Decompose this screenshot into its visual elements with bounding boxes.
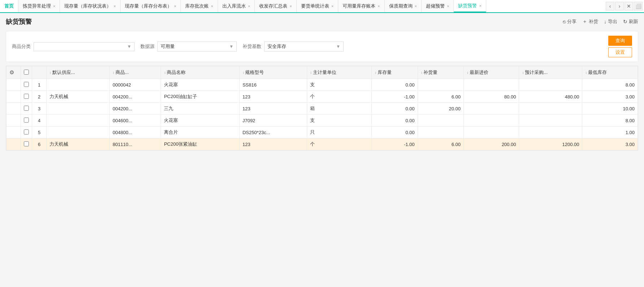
row-checkbox-5[interactable] — [24, 141, 29, 146]
row-checkbox-3[interactable] — [24, 118, 29, 123]
refresh-label: 刷新 — [629, 18, 638, 25]
select-all-checkbox[interactable] — [24, 70, 29, 75]
cell-est-purchase-5: 1200.00 — [519, 138, 582, 150]
table-header-row: ⚙ 默认供应... 商品... 商品名称 规格型号 主计量单位 库存量 补货量 … — [6, 66, 638, 79]
table-row: 5 004800... 离合片 DS250*23c... 只 0.00 1.00 — [6, 127, 638, 138]
tab-close-shortage[interactable]: × — [479, 4, 481, 8]
tab-next-button[interactable]: › — [615, 2, 624, 10]
cell-latest-price-4 — [464, 127, 519, 138]
tab-item-inventory-status[interactable]: 现存量（库存状况表）× — [60, 0, 120, 12]
page-title: 缺货预警 — [6, 17, 32, 26]
tab-close-overstock[interactable]: × — [447, 4, 449, 8]
cell-sku-code-2: 004200... — [110, 103, 161, 115]
tab-label-abnormal: 拣货异常处理 — [23, 3, 51, 9]
tab-item-expiry-query[interactable]: 保质期查询× — [385, 0, 422, 12]
cell-sku-name-5: PC200张紧油缸 — [161, 138, 239, 150]
datasource-select[interactable]: 可用量 ▼ — [157, 41, 237, 52]
tab-label-overstock: 超储预警 — [426, 3, 445, 9]
column-header-latest-price[interactable]: 最新进价 — [464, 66, 519, 79]
cell-latest-price-5: 200.00 — [464, 138, 519, 150]
tab-close-expiry-query[interactable]: × — [415, 4, 417, 8]
cell-sku-code-3: 004600... — [110, 115, 161, 127]
cell-min-stock-1: 3.00 — [582, 91, 638, 103]
column-header-sku-code[interactable]: 商品... — [110, 66, 161, 79]
column-header-stock[interactable]: 库存量 — [372, 66, 418, 79]
tab-item-abnormal[interactable]: 拣货异常处理× — [18, 0, 60, 12]
cell-min-stock-3: 8.00 — [582, 115, 638, 127]
cell-est-purchase-3 — [519, 115, 582, 127]
header-actions: ⎋ 分享 ＋ 补货 ↓ 导出 ↻ 刷新 — [563, 18, 638, 25]
settings-button[interactable]: 设置 — [608, 47, 632, 57]
page-content: 缺货预警 ⎋ 分享 ＋ 补货 ↓ 导出 ↻ 刷新 商品分类 — [0, 13, 644, 155]
column-header-unit[interactable]: 主计量单位 — [307, 66, 371, 79]
cell-latest-price-2 — [464, 103, 519, 115]
cell-check-3 — [21, 115, 32, 127]
tab-item-inventory-dist[interactable]: 现存量（库存分布表）× — [121, 0, 181, 12]
row-checkbox-4[interactable] — [24, 129, 29, 134]
column-header-min-stock[interactable]: 最低库存 — [582, 66, 638, 79]
query-button[interactable]: 查询 — [608, 36, 632, 46]
column-header-supplier[interactable]: 默认供应... — [47, 66, 110, 79]
tab-prev-button[interactable]: ‹ — [606, 2, 614, 10]
tab-close-abnormal[interactable]: × — [53, 4, 55, 8]
cell-unit-4: 只 — [307, 127, 371, 138]
cell-stock-3: 0.00 — [372, 115, 418, 127]
column-header-spec[interactable]: 规格型号 — [239, 66, 307, 79]
tab-close-batch-account[interactable]: × — [211, 4, 213, 8]
column-header-restock-qty[interactable]: 补货量 — [418, 66, 464, 79]
export-button[interactable]: ↓ 导出 — [604, 18, 617, 25]
column-header-gear[interactable]: ⚙ — [6, 66, 21, 79]
data-table: ⚙ 默认供应... 商品... 商品名称 规格型号 主计量单位 库存量 补货量 … — [6, 66, 638, 150]
cell-seq-0: 1 — [32, 79, 47, 91]
tab-close-recv-summary[interactable]: × — [290, 4, 292, 8]
cell-sku-name-0: 火花塞 — [161, 79, 239, 91]
row-checkbox-0[interactable] — [24, 82, 29, 87]
tab-close-inventory-status[interactable]: × — [113, 4, 116, 8]
tab-item-req-stats[interactable]: 要货单统计表× — [297, 0, 338, 12]
cell-unit-2: 箱 — [307, 103, 371, 115]
cell-check-4 — [21, 127, 32, 138]
tab-item-batch-account[interactable]: 库存批次账× — [181, 0, 218, 12]
gear-icon[interactable]: ⚙ — [9, 69, 14, 75]
cell-unit-1: 个 — [307, 91, 371, 103]
tab-item-shortage[interactable]: 缺货预警× — [454, 0, 486, 12]
row-checkbox-1[interactable] — [24, 94, 29, 99]
export-label: 导出 — [608, 18, 617, 25]
cell-sku-name-4: 离合片 — [161, 127, 239, 138]
filter-row: 商品分类 ▼ 数据源 可用量 ▼ 补货基数 安全库存 ▼ 查询 设置 — [6, 31, 638, 62]
data-table-wrapper: ⚙ 默认供应... 商品... 商品名称 规格型号 主计量单位 库存量 补货量 … — [6, 66, 638, 151]
cell-sku-code-4: 004800... — [110, 127, 161, 138]
tab-close-req-stats[interactable]: × — [331, 4, 334, 8]
cell-min-stock-4: 1.00 — [582, 127, 638, 138]
cell-min-stock-5: 3.00 — [582, 138, 638, 150]
column-header-est-purchase[interactable]: 预计采购... — [519, 66, 582, 79]
cell-check-2 — [21, 103, 32, 115]
restock-label: 补货 — [589, 18, 598, 25]
refresh-button[interactable]: ↻ 刷新 — [623, 18, 638, 25]
cell-restock-qty-2: 20.00 — [418, 103, 464, 115]
tab-item-recv-summary[interactable]: 收发存汇总表× — [255, 0, 296, 12]
share-button[interactable]: ⎋ 分享 — [563, 18, 576, 25]
tab-item-home[interactable]: 首页 — [0, 0, 18, 12]
tab-item-inout-flow[interactable]: 出入库流水× — [218, 0, 255, 12]
column-header-check — [21, 66, 32, 79]
category-label: 商品分类 — [12, 43, 31, 50]
category-select[interactable]: ▼ — [34, 42, 135, 51]
tab-maximize-button[interactable]: ⬜ — [634, 2, 643, 10]
tab-item-overstock[interactable]: 超储预警× — [422, 0, 454, 12]
tab-close-available-ledger[interactable]: × — [378, 4, 380, 8]
cell-est-purchase-2 — [519, 103, 582, 115]
restock-button[interactable]: ＋ 补货 — [582, 18, 598, 25]
tab-close-all-button[interactable]: ✕ — [625, 2, 633, 10]
cell-stock-2: 0.00 — [372, 103, 418, 115]
filter-actions: 查询 设置 — [608, 36, 632, 57]
cell-spec-1: 123 — [239, 91, 307, 103]
tab-item-available-ledger[interactable]: 可用量库存账本× — [338, 0, 384, 12]
cell-min-stock-2: 10.00 — [582, 103, 638, 115]
column-header-sku-name[interactable]: 商品名称 — [161, 66, 239, 79]
restock-basis-select[interactable]: 安全库存 ▼ — [264, 41, 344, 52]
cell-sku-name-3: 火花塞 — [161, 115, 239, 127]
tab-close-inout-flow[interactable]: × — [248, 4, 250, 8]
tab-close-inventory-dist[interactable]: × — [174, 4, 176, 8]
row-checkbox-2[interactable] — [24, 106, 29, 111]
